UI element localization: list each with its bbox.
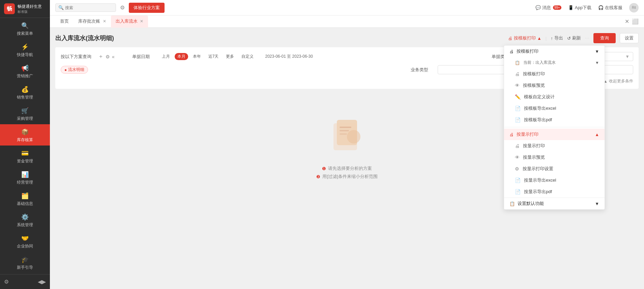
setting-btn[interactable]: 设置: [620, 33, 639, 43]
template-section-header[interactable]: 🖨 按模板打印 ▼: [504, 46, 605, 57]
sidebar-item-purchase[interactable]: 🛒采购管理: [0, 103, 50, 124]
template-preview-icon: 👁: [515, 83, 520, 88]
guide-icon: 🎓: [21, 256, 29, 263]
sidebar-item-shortcut[interactable]: ⚡快捷导航: [0, 39, 50, 60]
sidebar-item-operation[interactable]: 📊经营管理: [0, 167, 50, 188]
collapse-btn[interactable]: ▲ 收起更多条件: [604, 78, 633, 84]
sidebar-item-system[interactable]: ⚙️系统管理: [0, 209, 50, 231]
display-section-header[interactable]: 🖨 按显示打印 ▲: [504, 129, 605, 140]
empty-tip-2: ❷ 用[过滤]条件来缩小分析范围: [316, 174, 377, 180]
avatar: Rit: [629, 3, 639, 12]
topbar-search-box[interactable]: 🔍: [55, 3, 116, 12]
export-icon: ↑: [551, 36, 553, 41]
empty-tip-1: ❶ 请先选择要分析的方案: [322, 165, 372, 172]
template-pdf-item[interactable]: 📄 按模板导出pdf: [504, 114, 605, 126]
tabs-bar: 首页 库存批次账 ✕ 出入库流水 ✕ ✕ ⬜: [50, 16, 644, 28]
sidebar-item-marketing[interactable]: 📢营销推广: [0, 60, 50, 82]
sidebar-item-basic[interactable]: 🗂️基础信息: [0, 188, 50, 209]
filter-set-icon[interactable]: ⚙: [106, 54, 110, 59]
sidebar-label-purchase: 采购管理: [17, 116, 33, 122]
filter-add-icon[interactable]: ＋: [98, 53, 104, 60]
date-this-month[interactable]: 本月: [175, 53, 188, 60]
current-icon: 📋: [515, 60, 520, 65]
date-more[interactable]: 更多: [223, 53, 237, 60]
print-template-btn[interactable]: 🖨 按模板打印 ▲: [508, 35, 541, 41]
type-label: 业务类型: [411, 67, 431, 73]
notification-icon: 💬: [535, 5, 541, 10]
tab-flow[interactable]: 出入库流水 ✕: [111, 16, 148, 28]
tab-batch[interactable]: 库存批次账 ✕: [74, 16, 111, 28]
phone-icon: 📱: [568, 5, 574, 10]
date-7days[interactable]: 近7天: [206, 53, 222, 60]
sidebar-item-finance[interactable]: 💳资金管理: [0, 146, 50, 167]
sidebar-label-finance: 资金管理: [17, 158, 33, 164]
date-range-text: 2023-06-01 至 2023-06-30: [265, 54, 313, 59]
topbar-gear-icon[interactable]: ⚙: [120, 4, 125, 11]
window-close-icon[interactable]: ✕: [625, 18, 629, 25]
template-custom-item[interactable]: ✏️ 模板自定义设计: [504, 91, 605, 103]
tab-flow-close[interactable]: ✕: [140, 19, 143, 24]
sidebar-nav: 🔍搜索菜单⚡快捷导航📢营销推广💰销售管理🛒采购管理📦库存核算💳资金管理📊经营管理…: [0, 18, 50, 274]
display-preview-icon: 👁: [515, 155, 520, 160]
display-preview-item[interactable]: 👁 按显示预览: [504, 152, 605, 163]
sidebar-label-basic: 基础信息: [17, 201, 33, 207]
sidebar-item-enterprise[interactable]: 🤝企业协同: [0, 231, 50, 252]
headset-icon: 🎧: [598, 5, 604, 10]
default-icon: 📋: [509, 201, 515, 206]
display-settings-item[interactable]: ⚙ 按显示打印设置: [504, 163, 605, 175]
refresh-btn[interactable]: ↺ 刷新: [567, 35, 581, 41]
tag-icon: ●: [64, 68, 67, 72]
filter-collapse-icon[interactable]: «: [112, 54, 115, 59]
customer-service-item[interactable]: 🎧 在线客服: [598, 5, 622, 11]
display-print-item[interactable]: 🖨 按显示打印: [504, 140, 605, 152]
current-template-label: 📋 当前：出入库流水 ▼: [504, 57, 605, 68]
logo-text: 畅捷通好生意 标准版: [18, 4, 42, 14]
sidebar-item-guide[interactable]: 🎓新手引导: [0, 252, 50, 273]
collapse-icon[interactable]: ◀▶: [38, 279, 46, 285]
user-avatar-item[interactable]: Rit: [629, 3, 639, 12]
template-excel-icon: 📄: [515, 106, 521, 111]
date-custom[interactable]: 自定义: [239, 53, 256, 60]
settings-icon[interactable]: ⚙: [4, 279, 9, 285]
set-default-item[interactable]: 📋 设置默认功能 ▼: [504, 198, 605, 209]
date-shortcuts: 上月 本月 本年 近7天 更多 自定义: [159, 53, 257, 60]
basic-icon: 🗂️: [21, 192, 29, 200]
window-maximize-icon[interactable]: ⬜: [632, 18, 639, 25]
industry-btn[interactable]: 体验行业方案: [129, 3, 165, 13]
template-print-item[interactable]: 🖨 按模板打印: [504, 68, 605, 80]
sidebar-label-inventory: 库存核算: [17, 137, 33, 143]
template-header-icon: 🖨: [509, 49, 514, 54]
date-this-year[interactable]: 本年: [190, 53, 204, 60]
sidebar-label-sales: 销售管理: [17, 95, 33, 100]
display-header-icon: 🖨: [509, 132, 514, 137]
app-download-item[interactable]: 📱 App下载: [568, 5, 591, 11]
template-pdf-icon: 📄: [515, 117, 521, 123]
template-arrow-icon: ▼: [595, 49, 599, 54]
notification-item[interactable]: 💬 消息 99+: [535, 5, 561, 11]
sales-icon: 💰: [21, 86, 29, 93]
template-excel-item[interactable]: 📄 按模板导出excel: [504, 103, 605, 114]
topbar-right: 💬 消息 99+ 📱 App下载 🎧 在线客服 Rit: [535, 3, 639, 12]
inventory-icon: 📦: [21, 128, 29, 136]
sidebar-item-search[interactable]: 🔍搜索菜单: [0, 18, 50, 39]
display-excel-item[interactable]: 📄 按显示导出excel: [504, 175, 605, 186]
export-btn[interactable]: ↑ 导出: [551, 35, 563, 41]
tab-batch-close[interactable]: ✕: [103, 19, 106, 24]
tab-home[interactable]: 首页: [55, 16, 74, 28]
purchase-icon: 🛒: [21, 107, 29, 114]
print-dropdown: 🖨 按模板打印 ▼ 📋 当前：出入库流水 ▼ 🖨 按模板打印: [504, 45, 605, 210]
refresh-icon: ↺: [567, 36, 571, 41]
sidebar-item-inventory[interactable]: 📦库存核算: [0, 124, 50, 146]
enterprise-icon: 🤝: [21, 235, 29, 242]
search-input[interactable]: [65, 5, 109, 10]
marketing-icon: 📢: [21, 64, 29, 72]
sidebar-label-marketing: 营销推广: [17, 73, 33, 79]
type-select[interactable]: ▼: [438, 65, 512, 74]
query-btn[interactable]: 查询: [593, 33, 616, 43]
display-pdf-item[interactable]: 📄 按显示导出pdf: [504, 186, 605, 198]
date-label: 单据日期: [132, 54, 152, 60]
template-preview-item[interactable]: 👁 按模板预览: [504, 80, 605, 91]
water-detail-tag[interactable]: ● 流水明细: [61, 66, 88, 74]
sidebar-item-sales[interactable]: 💰销售管理: [0, 82, 50, 103]
date-last-month[interactable]: 上月: [159, 53, 173, 60]
